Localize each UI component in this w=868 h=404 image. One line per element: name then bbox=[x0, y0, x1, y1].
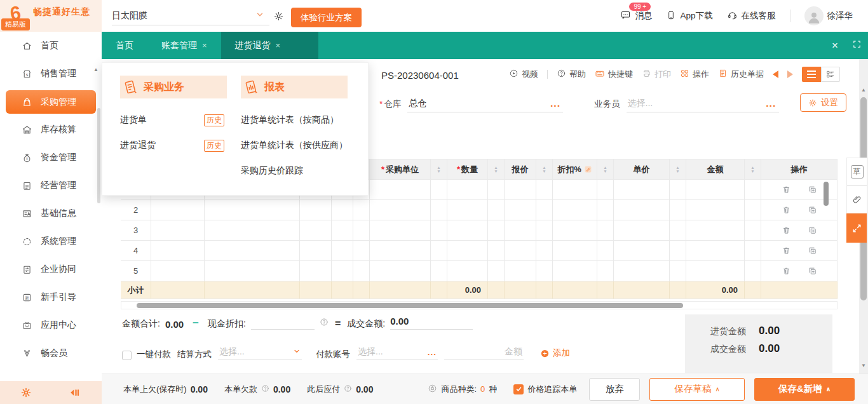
table-cell[interactable] bbox=[670, 220, 686, 240]
table-cell[interactable] bbox=[505, 220, 536, 240]
table-cell[interactable] bbox=[670, 241, 686, 260]
table-cell[interactable] bbox=[205, 220, 300, 240]
tab-3[interactable]: 进货退货× bbox=[221, 32, 319, 59]
delete-row-icon[interactable] bbox=[782, 226, 791, 235]
table-scrollbar-thumb[interactable] bbox=[824, 182, 829, 206]
table-cell[interactable] bbox=[670, 261, 686, 281]
table-cell[interactable] bbox=[670, 180, 686, 199]
delete-row-icon[interactable] bbox=[782, 185, 791, 194]
table-cell[interactable] bbox=[745, 241, 761, 260]
menu-item[interactable]: 进货单历史 bbox=[120, 107, 227, 133]
scroll-up-icon[interactable]: ▲ bbox=[861, 87, 866, 93]
table-cell[interactable] bbox=[686, 261, 745, 281]
table-cell[interactable] bbox=[505, 200, 536, 220]
gear-icon[interactable] bbox=[273, 11, 284, 24]
table-cell[interactable] bbox=[151, 241, 205, 260]
table-cell[interactable] bbox=[505, 261, 536, 281]
table-cell[interactable] bbox=[205, 261, 300, 281]
table-cell[interactable] bbox=[300, 220, 332, 240]
table-cell[interactable] bbox=[488, 220, 505, 240]
table-cell[interactable] bbox=[745, 200, 761, 220]
save-draft-button[interactable]: 保存草稿∧ bbox=[649, 378, 745, 401]
column-header[interactable]: 单价 bbox=[614, 159, 670, 179]
table-cell[interactable] bbox=[745, 220, 761, 240]
abandon-button[interactable]: 放弃 bbox=[589, 378, 640, 401]
sort-icon[interactable]: ▲▼ bbox=[603, 166, 607, 173]
app-download-button[interactable]: App下载 bbox=[666, 10, 712, 22]
copy-row-icon[interactable] bbox=[808, 226, 817, 235]
table-cell[interactable] bbox=[151, 261, 205, 281]
history-tag[interactable]: 历史 bbox=[204, 140, 224, 152]
table-cell[interactable] bbox=[536, 200, 553, 220]
sidebar-item-3[interactable]: 采购管理 bbox=[6, 90, 96, 114]
menu-item[interactable]: 采购历史价跟踪 bbox=[241, 158, 348, 184]
table-cell[interactable] bbox=[488, 200, 505, 220]
table-cell[interactable] bbox=[614, 261, 670, 281]
table-cell[interactable] bbox=[447, 180, 488, 199]
copy-row-icon[interactable] bbox=[808, 185, 817, 194]
table-cell[interactable] bbox=[614, 180, 670, 199]
table-cell[interactable] bbox=[332, 220, 353, 240]
table-cell[interactable] bbox=[370, 220, 431, 240]
table-cell[interactable] bbox=[300, 261, 332, 281]
close-all-icon[interactable]: × bbox=[832, 39, 838, 52]
expand-button[interactable] bbox=[846, 213, 867, 243]
sidebar-item-1[interactable]: 首页 bbox=[0, 32, 102, 60]
table-cell[interactable] bbox=[745, 261, 761, 281]
menu-item[interactable]: 进货单统计表（按商品） bbox=[241, 107, 348, 133]
table-cell[interactable] bbox=[488, 241, 505, 260]
sort-icon[interactable]: ▲▼ bbox=[494, 166, 498, 173]
tab-1[interactable]: 首页 bbox=[102, 32, 147, 59]
sidebar-item-10[interactable]: 新新手引导 bbox=[0, 283, 102, 311]
pay-account-picker-ellipsis[interactable]: ... bbox=[428, 347, 437, 357]
price-track-item[interactable]: 价格追踪本单 bbox=[513, 384, 577, 395]
table-cell[interactable] bbox=[614, 220, 670, 240]
warehouse-field[interactable]: 总仓 ... bbox=[407, 98, 563, 112]
copy-row-icon[interactable] bbox=[808, 205, 817, 215]
column-header[interactable]: *数量 bbox=[447, 159, 488, 179]
table-cell[interactable] bbox=[332, 200, 353, 220]
actions-button[interactable]: 操作 bbox=[680, 69, 709, 80]
fullscreen-icon[interactable] bbox=[852, 39, 862, 51]
sidebar-item-8[interactable]: 系统管理 bbox=[0, 227, 102, 255]
table-cell[interactable] bbox=[553, 180, 597, 199]
sidebar-item-12[interactable]: 畅会员 bbox=[0, 339, 102, 367]
sidebar-item-9[interactable]: 企业协同 bbox=[0, 255, 102, 283]
draft-box-button[interactable]: 草 bbox=[846, 158, 867, 185]
sidebar-item-11[interactable]: 应用中心 bbox=[0, 311, 102, 339]
table-cell[interactable] bbox=[447, 200, 488, 220]
delete-row-icon[interactable] bbox=[782, 266, 791, 276]
messages-button[interactable]: 99 + 消息 bbox=[620, 10, 652, 22]
settings-button[interactable]: 设置 bbox=[800, 93, 846, 112]
table-cell[interactable] bbox=[447, 241, 488, 260]
account-select[interactable]: 日太阳膜 bbox=[112, 6, 269, 25]
table-cell[interactable] bbox=[686, 200, 745, 220]
pay-account-field[interactable]: 选择... ... bbox=[356, 346, 438, 360]
sort-icon[interactable]: ▲▼ bbox=[542, 166, 546, 173]
table-cell[interactable] bbox=[370, 200, 431, 220]
table-cell[interactable] bbox=[431, 261, 447, 281]
pay-amount-field[interactable]: 金额 bbox=[444, 346, 524, 360]
table-cell[interactable] bbox=[597, 220, 614, 240]
table-cell[interactable] bbox=[205, 200, 300, 220]
online-service-button[interactable]: 在线客服 bbox=[727, 10, 776, 22]
table-cell[interactable] bbox=[370, 261, 431, 281]
table-cell[interactable] bbox=[597, 261, 614, 281]
horizontal-scrollbar-thumb[interactable] bbox=[137, 303, 683, 308]
tab-2[interactable]: 账套管理× bbox=[147, 32, 221, 59]
table-cell[interactable] bbox=[353, 220, 370, 240]
user-menu[interactable]: 徐泽华 bbox=[804, 6, 853, 25]
table-cell[interactable] bbox=[553, 220, 597, 240]
table-cell[interactable] bbox=[597, 200, 614, 220]
table-cell[interactable] bbox=[614, 241, 670, 260]
sort-icon[interactable]: ▲▼ bbox=[437, 166, 440, 173]
table-cell[interactable] bbox=[353, 200, 370, 220]
table-cell[interactable] bbox=[488, 261, 505, 281]
table-cell[interactable] bbox=[670, 200, 686, 220]
sidebar-item-4[interactable]: 库存核算 bbox=[0, 116, 102, 144]
close-icon[interactable]: × bbox=[276, 41, 281, 50]
table-cell[interactable] bbox=[205, 241, 300, 260]
delete-row-icon[interactable] bbox=[782, 205, 791, 215]
menu-item[interactable]: 进货退货历史 bbox=[120, 133, 227, 158]
deal-amount-input[interactable]: 0.00 bbox=[390, 316, 473, 330]
